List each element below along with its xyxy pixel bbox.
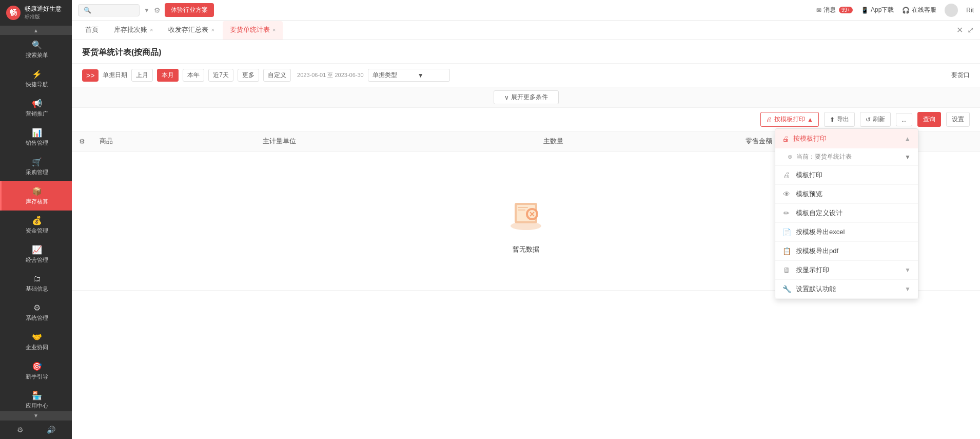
- dropdown-close-icon[interactable]: ▲: [904, 135, 911, 143]
- sidebar-item-basic[interactable]: 🗂 基础信息: [0, 269, 72, 298]
- sidebar-item-shortcut-label: 快捷导航: [26, 81, 48, 88]
- search-icon: 🔍: [32, 40, 42, 50]
- dropdown-item-export-excel[interactable]: 📄 按模板导出excel: [775, 223, 918, 242]
- expand-more-button[interactable]: ∨ 展开更多条件: [494, 90, 559, 104]
- dropdown-preview-icon: 👁: [782, 190, 791, 198]
- top-bar: 🔍 ▼ ⚙ 体验行业方案 ✉ 消息 99+ 📱 App下载 🎧 在线客服 Rit: [72, 0, 980, 21]
- sidebar-logo: 畅 畅康通好生意 标准版: [0, 0, 72, 26]
- tab-inventory-batch-close[interactable]: ×: [150, 27, 153, 33]
- top-search[interactable]: 🔍: [78, 4, 140, 16]
- purchase-icon: 🛒: [32, 157, 42, 167]
- online-service-group[interactable]: 🎧 在线客服: [902, 6, 936, 14]
- date-filter-label: 单据日期: [103, 71, 127, 80]
- basic-icon: 🗂: [33, 274, 41, 283]
- message-group[interactable]: ✉ 消息 99+: [816, 6, 853, 14]
- tab-summary-close[interactable]: ×: [211, 27, 214, 33]
- app-download-label: App下载: [871, 6, 894, 14]
- print-icon: 🖨: [766, 116, 772, 123]
- inventory-icon: 📦: [32, 186, 42, 196]
- type-filter-select[interactable]: 单据类型 ▼: [368, 69, 450, 82]
- top-bar-gear-icon[interactable]: ⚙: [154, 6, 161, 14]
- dropdown-pdf-icon: 📋: [782, 247, 791, 255]
- date-btn-custom[interactable]: 自定义: [263, 69, 291, 82]
- sidebar-item-sales[interactable]: 📊 销售管理: [0, 123, 72, 152]
- print-template-button[interactable]: 🖨 按模板打印 ▲: [760, 112, 819, 127]
- app-download-group[interactable]: 📱 App下载: [861, 6, 894, 14]
- highlight-button[interactable]: 体验行业方案: [165, 3, 214, 17]
- expand-icon: ∨: [504, 94, 509, 101]
- sidebar-item-purchase[interactable]: 🛒 采购管理: [0, 152, 72, 181]
- export-button[interactable]: ⬆ 导出: [824, 112, 855, 127]
- tab-summary[interactable]: 收发存汇总表 ×: [161, 21, 221, 40]
- sidebar: 畅 畅康通好生意 标准版 ▲ 🔍 搜索菜单 ⚡ 快捷导航 📢 营销推广 📊 销售…: [0, 0, 72, 439]
- message-icon: ✉: [816, 7, 821, 14]
- date-btn-7days[interactable]: 近7天: [208, 69, 233, 82]
- dropdown-print-item-icon: 🖨: [782, 171, 791, 179]
- dropdown-default-left: 🔧 设置默认功能: [782, 284, 836, 294]
- sidebar-item-newbie[interactable]: 🎯 新手引导: [0, 356, 72, 386]
- dropdown-item-export-pdf[interactable]: 📋 按模板导出pdf: [775, 242, 918, 261]
- sidebar-scroll-up[interactable]: ▲: [0, 26, 72, 35]
- sidebar-item-newbie-label: 新手引导: [26, 373, 48, 380]
- settings-bottom-icon[interactable]: ⚙: [17, 426, 24, 434]
- sidebar-item-inventory[interactable]: 📦 库存核算: [0, 181, 72, 211]
- date-btn-more[interactable]: 更多: [238, 69, 259, 82]
- th-settings[interactable]: ⚙: [72, 131, 92, 151]
- expand-more-label: 展开更多条件: [511, 93, 548, 102]
- top-bar-dropdown-arrow[interactable]: ▼: [144, 7, 150, 14]
- search-topbar-icon: 🔍: [84, 7, 91, 14]
- tab-expand-btn[interactable]: ⤢: [967, 25, 974, 35]
- dropdown-item-custom-design[interactable]: ✏ 模板自定义设计: [775, 204, 918, 223]
- type-filter-label: 单据类型: [373, 71, 397, 80]
- date-btn-this-month[interactable]: 本月: [157, 69, 179, 82]
- dropdown-item-preview[interactable]: 👁 模板预览: [775, 185, 918, 204]
- dropdown-item-default-setting[interactable]: 🔧 设置默认功能 ▼: [775, 280, 918, 299]
- export-label: 导出: [837, 115, 849, 124]
- th-unit: 主计量单位: [256, 131, 536, 151]
- volume-icon[interactable]: 🔊: [47, 426, 55, 434]
- filter-expand-button[interactable]: >>: [82, 69, 99, 82]
- dropdown-item-display-print-label: 按显示打印: [796, 265, 829, 275]
- dropdown-current-arrow: ▼: [905, 154, 911, 161]
- dropdown-item-print[interactable]: 🖨 模板打印: [775, 166, 918, 185]
- top-bar-right: ✉ 消息 99+ 📱 App下载 🎧 在线客服 Rit: [816, 4, 974, 17]
- tab-inventory-batch[interactable]: 库存批次账 ×: [107, 21, 160, 40]
- query-button[interactable]: 查询: [917, 112, 941, 127]
- page-title: 要货单统计表(按商品): [72, 40, 980, 64]
- date-btn-this-year[interactable]: 本年: [183, 69, 204, 82]
- more-button[interactable]: ...: [896, 113, 912, 126]
- sidebar-item-search[interactable]: 🔍 搜索菜单: [0, 35, 72, 64]
- date-btn-last-month[interactable]: 上月: [131, 69, 153, 82]
- tab-order-stats-close[interactable]: ×: [272, 27, 276, 33]
- tab-order-stats[interactable]: 要货单统计表 ×: [223, 21, 283, 40]
- tab-close-btn[interactable]: ✕: [956, 25, 963, 35]
- sidebar-item-appstore[interactable]: 🏪 应用中心: [0, 386, 72, 411]
- sidebar-item-marketing[interactable]: 📢 营销推广: [0, 93, 72, 123]
- th-product: 商品: [92, 131, 256, 151]
- dropdown-print-icon: 🖨: [782, 135, 789, 143]
- finance-icon: 💰: [32, 216, 42, 225]
- settings-button[interactable]: 设置: [946, 112, 970, 127]
- sidebar-item-shortcut[interactable]: ⚡ 快捷导航: [0, 64, 72, 93]
- sidebar-item-enterprise[interactable]: 🤝 企业协同: [0, 327, 72, 356]
- online-service-label: 在线客服: [912, 6, 936, 14]
- dropdown-item-display-print[interactable]: 🖥 按显示打印 ▼: [775, 261, 918, 280]
- avatar[interactable]: [945, 4, 958, 17]
- dropdown-display-icon: 🖥: [782, 266, 791, 274]
- tab-home[interactable]: 首页: [78, 21, 106, 40]
- sidebar-item-operation[interactable]: 📈 经营管理: [0, 240, 72, 269]
- sidebar-item-enterprise-label: 企业协同: [26, 343, 48, 351]
- sidebar-item-finance[interactable]: 💰 资金管理: [0, 211, 72, 240]
- sidebar-scroll-down[interactable]: ▼: [0, 411, 72, 420]
- dropdown-title: 按模板打印: [793, 134, 827, 143]
- refresh-button[interactable]: ↺ 刷新: [860, 112, 891, 127]
- main-area: 🔍 ▼ ⚙ 体验行业方案 ✉ 消息 99+ 📱 App下载 🎧 在线客服 Rit: [72, 0, 980, 439]
- logo-icon: 畅: [6, 6, 21, 20]
- message-label: 消息: [824, 6, 836, 14]
- user-name: Rit: [966, 7, 974, 14]
- sidebar-item-system-label: 系统管理: [26, 314, 48, 322]
- sidebar-item-system[interactable]: ⚙ 系统管理: [0, 298, 72, 327]
- filter-right: 要货口: [951, 71, 970, 80]
- date-range-display: 2023-06-01 至 2023-06-30: [297, 71, 364, 79]
- appstore-icon: 🏪: [32, 391, 42, 400]
